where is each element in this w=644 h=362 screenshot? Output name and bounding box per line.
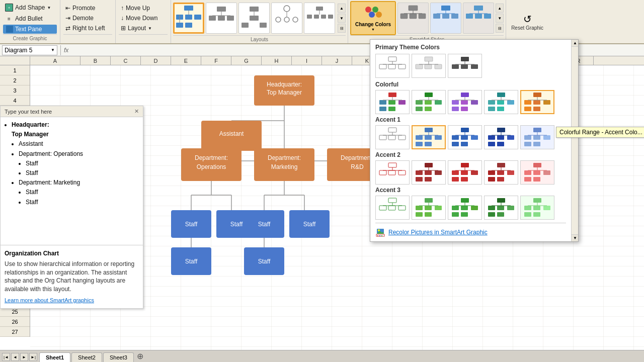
cp-accent1-2-selected[interactable] <box>412 125 446 149</box>
svg-rect-240 <box>425 198 433 203</box>
change-colors-button[interactable]: Change Colors ▼ <box>350 1 396 35</box>
cp-accent2-5[interactable] <box>520 160 554 185</box>
svg-rect-226 <box>533 163 541 167</box>
cp-scroll-up-btn[interactable]: ▲ <box>572 40 579 47</box>
sheet-tab-1[interactable]: Sheet1 <box>39 352 70 362</box>
cp-accent2-3[interactable] <box>448 160 482 185</box>
text-pane-item-staff4[interactable]: Staff <box>26 198 139 207</box>
add-shape-dropdown-icon[interactable]: ▼ <box>47 6 51 10</box>
col-header-e[interactable]: E <box>171 56 201 65</box>
text-pane-learn-more-link[interactable]: Learn more about SmartArt graphics <box>5 297 94 303</box>
svg-text:Department:: Department: <box>195 154 228 161</box>
col-header-g[interactable]: G <box>231 56 262 65</box>
text-pane-item-staff3[interactable]: Staff <box>26 188 139 197</box>
text-pane-item-staff2[interactable]: Staff <box>26 168 139 178</box>
layout-item-1[interactable] <box>173 3 204 34</box>
styles-scroll-up[interactable]: ▲ <box>496 4 504 13</box>
move-up-button[interactable]: ↑ Move Up <box>119 4 168 13</box>
name-box[interactable]: Diagram 5 ▼ <box>2 45 57 55</box>
layout-scroll-expand[interactable]: ⊟ <box>338 24 346 33</box>
change-colors-dropdown-icon[interactable]: ▼ <box>371 28 375 31</box>
sheet-tab-2[interactable]: Sheet2 <box>71 352 102 362</box>
name-box-dropdown[interactable]: ▼ <box>51 48 55 52</box>
cp-accent3-2[interactable] <box>412 196 446 220</box>
sheet-insert-button[interactable]: ⊕ <box>137 351 143 362</box>
layout-item-2[interactable] <box>206 3 237 34</box>
demote-button[interactable]: ⇥ Demote <box>63 14 112 23</box>
sheet-nav-last[interactable]: ►| <box>29 353 37 361</box>
text-pane-item-asst[interactable]: Assistant <box>19 139 139 149</box>
cp-colorful-1[interactable] <box>375 90 410 114</box>
cp-accent3-3[interactable] <box>448 196 482 220</box>
layout-dropdown-icon[interactable]: ▼ <box>148 26 152 31</box>
layout-item-4[interactable] <box>271 3 302 34</box>
move-down-button[interactable]: ↓ Move Down <box>119 14 168 23</box>
text-pane-item-hq[interactable]: Headquarter:Top Manager Assistant Depart… <box>12 120 139 207</box>
svg-rect-127 <box>416 100 423 105</box>
text-pane-list[interactable]: Headquarter:Top Manager Assistant Depart… <box>1 117 143 245</box>
sheet-nav-prev[interactable]: ◄ <box>11 353 19 361</box>
col-header-h[interactable]: H <box>262 56 292 65</box>
text-pane-button[interactable]: Text Pane <box>3 25 57 34</box>
sheet-nav-area: |◄ ◄ ► ►| <box>2 353 37 362</box>
col-header-i[interactable]: I <box>292 56 322 65</box>
row-h-3[interactable]: 3 <box>0 85 30 96</box>
col-header-c[interactable]: C <box>111 56 141 65</box>
sheet-nav-first[interactable]: |◄ <box>2 353 10 361</box>
row-h-1[interactable]: 1 <box>0 65 30 75</box>
layout-item-3[interactable] <box>238 3 270 34</box>
cp-accent2-2[interactable] <box>412 160 446 185</box>
layout-scroll-down[interactable]: ▼ <box>338 14 346 23</box>
col-header-j[interactable]: J <box>322 56 352 65</box>
row-h-26[interactable]: 26 <box>0 317 30 327</box>
svg-rect-2 <box>185 15 192 20</box>
layout-scroll-up[interactable]: ▲ <box>338 4 346 13</box>
cp-primary-1[interactable] <box>375 54 410 78</box>
right-to-left-button[interactable]: ⇄ Right to Left <box>63 24 112 33</box>
text-pane-close-button[interactable]: ✕ <box>134 108 139 115</box>
cp-primary-2[interactable] <box>412 54 446 78</box>
text-pane-item-staff1[interactable]: Staff <box>26 159 139 168</box>
cp-colorful-4[interactable] <box>484 90 518 114</box>
cp-colorful-3[interactable] <box>448 90 482 114</box>
cp-colorful-5-selected[interactable] <box>520 90 554 114</box>
recolor-pictures-button[interactable]: Recolor Pictures in SmartArt Graphic <box>372 225 569 239</box>
col-header-a[interactable]: A <box>30 56 80 65</box>
layout-item-5[interactable] <box>304 3 335 34</box>
row-h-27[interactable]: 27 <box>0 327 30 337</box>
svg-point-19 <box>284 6 290 12</box>
add-bullet-button[interactable]: ≡ Add Bullet <box>3 14 57 24</box>
col-header-d[interactable]: D <box>141 56 171 65</box>
cp-accent2-4[interactable] <box>484 160 518 185</box>
cp-accent3-1[interactable] <box>375 196 410 220</box>
styles-scroll-expand[interactable]: ⊟ <box>496 24 504 33</box>
cp-colorful-2[interactable] <box>412 90 446 114</box>
layout-button[interactable]: ⊞ Layout ▼ <box>119 24 168 33</box>
sheet-tab-3[interactable]: Sheet3 <box>103 352 134 362</box>
cp-accent1-3[interactable] <box>448 125 482 149</box>
add-shape-button[interactable]: + Add Shape ▼ <box>3 3 57 13</box>
svg-rect-119 <box>379 100 386 105</box>
row-h-4[interactable]: 4 <box>0 96 30 106</box>
svg-rect-160 <box>388 135 395 140</box>
style-item-1[interactable] <box>397 3 429 34</box>
sheet-nav-next[interactable]: ► <box>20 353 28 361</box>
row-h-2[interactable]: 2 <box>0 75 30 85</box>
style-item-2[interactable] <box>430 3 461 34</box>
col-header-b[interactable]: B <box>80 56 111 65</box>
cp-primary-3[interactable] <box>448 54 482 78</box>
cp-scroll-down-btn[interactable]: ▼ <box>572 234 579 241</box>
cp-accent1-4[interactable] <box>484 125 518 149</box>
style-item-3[interactable] <box>463 3 494 34</box>
cp-accent3-5[interactable] <box>520 196 554 220</box>
reset-graphic-button[interactable]: ↺ Reset Graphic <box>509 11 545 33</box>
cp-accent1-5[interactable] <box>520 125 554 149</box>
cp-accent3-4[interactable] <box>484 196 518 220</box>
cp-accent2-1[interactable] <box>375 160 410 185</box>
text-pane-item-mktg[interactable]: Department: Marketing Staff Staff <box>19 178 139 207</box>
promote-button[interactable]: ⇤ Promote <box>63 4 112 13</box>
col-header-f[interactable]: F <box>201 56 231 65</box>
styles-scroll-down[interactable]: ▼ <box>496 14 504 23</box>
text-pane-item-ops[interactable]: Department: Operations Staff Staff <box>19 149 139 178</box>
cp-accent1-1[interactable] <box>375 125 410 149</box>
